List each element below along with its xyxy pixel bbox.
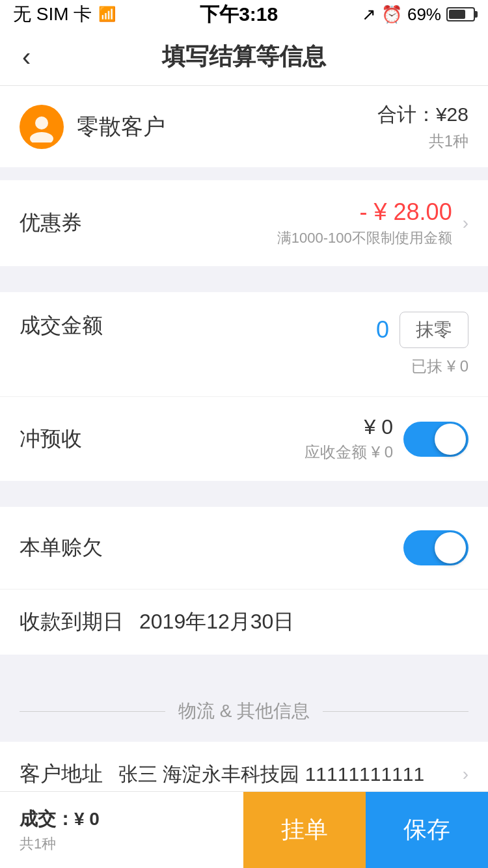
customer-name: 零散客户 (77, 112, 165, 142)
amount-input-wrap: 0 抹零 (376, 312, 468, 348)
logistics-label: 物流 & 其他信息 (178, 699, 310, 724)
round-button[interactable]: 抹零 (400, 312, 468, 348)
hold-button[interactable]: 挂单 (243, 792, 366, 869)
prepay-label: 冲预收 (20, 425, 82, 454)
coupon-label: 优惠券 (20, 209, 82, 237)
bottom-info: 成交：¥ 0 共1种 (0, 807, 243, 854)
prepay-toggle[interactable] (403, 422, 468, 457)
prepay-sub: 应收金额 ¥ 0 (305, 442, 393, 463)
status-bar: 无 SIM 卡 📶 下午3:18 ↗ ⏰ 69% (0, 0, 488, 29)
content: 零散客户 合计：¥28 共1种 优惠券 - ¥ 28.00 满1000-100不… (0, 86, 488, 868)
debt-toggle-thumb (435, 532, 466, 563)
amount-value[interactable]: 0 (376, 316, 389, 344)
due-date-label: 收款到期日 (20, 608, 124, 636)
separator-3 (0, 668, 488, 681)
alarm-icon: ⏰ (381, 5, 402, 25)
coupon-row[interactable]: 优惠券 - ¥ 28.00 满1000-100不限制使用金额 › (0, 180, 488, 266)
bottom-deal: 成交：¥ 0 (20, 807, 224, 832)
prepay-value: ¥ 0 (305, 415, 393, 439)
amount-row: 成交金额 0 抹零 已抹 ¥ 0 (0, 292, 488, 397)
nav-bar: ‹ 填写结算等信息 (0, 29, 488, 86)
due-date-value[interactable]: 2019年12月30日 (139, 608, 294, 636)
coupon-card: 优惠券 - ¥ 28.00 满1000-100不限制使用金额 › (0, 180, 488, 266)
amount-label: 成交金额 (20, 312, 103, 340)
wifi-icon: 📶 (98, 6, 116, 23)
address-value: 张三 海淀永丰科技园 11111111111 (118, 761, 463, 788)
separator-1 (0, 279, 488, 292)
location-icon: ↗ (362, 5, 376, 25)
bottom-count: 共1种 (20, 834, 224, 854)
coupon-chevron: › (463, 213, 468, 234)
debt-label: 本单赊欠 (20, 534, 103, 562)
logistics-section: 物流 & 其他信息 (0, 681, 488, 742)
customer-left: 零散客户 (20, 105, 165, 149)
deal-label: 成交： (20, 809, 74, 829)
customer-card: 零散客户 合计：¥28 共1种 (0, 86, 488, 167)
status-left: 无 SIM 卡 📶 (13, 2, 116, 27)
customer-row: 零散客户 合计：¥28 共1种 (0, 86, 488, 167)
battery-icon (446, 7, 475, 21)
back-button[interactable]: ‹ (16, 36, 37, 78)
save-button[interactable]: 保存 (366, 792, 488, 869)
toggle-thumb (435, 424, 466, 455)
avatar (20, 105, 64, 149)
address-chevron: › (463, 764, 468, 785)
svg-point-1 (30, 132, 53, 142)
deal-value: ¥ 0 (74, 809, 100, 829)
due-date-row: 收款到期日 2019年12月30日 (0, 590, 488, 655)
coupon-right: - ¥ 28.00 满1000-100不限制使用金额 › (277, 198, 468, 248)
debt-toggle[interactable] (403, 530, 468, 565)
coupon-sub: 满1000-100不限制使用金额 (277, 228, 452, 248)
carrier-label: 无 SIM 卡 (13, 2, 92, 27)
page-title: 填写结算等信息 (162, 41, 326, 73)
prepay-row: 冲预收 ¥ 0 应收金额 ¥ 0 (0, 397, 488, 481)
time-label: 下午3:18 (200, 1, 278, 28)
status-right: ↗ ⏰ 69% (362, 5, 475, 25)
separator-2 (0, 494, 488, 507)
coupon-value: - ¥ 28.00 (277, 198, 452, 226)
debt-card: 本单赊欠 收款到期日 2019年12月30日 (0, 507, 488, 655)
debt-row: 本单赊欠 (0, 507, 488, 590)
coupon-value-wrap: - ¥ 28.00 满1000-100不限制使用金额 (277, 198, 452, 248)
address-label: 客户地址 (20, 760, 103, 789)
amount-sub: 已抹 ¥ 0 (411, 356, 468, 377)
amount-card: 成交金额 0 抹零 已抹 ¥ 0 冲预收 ¥ 0 应收金额 ¥ 0 (0, 292, 488, 481)
battery-label: 69% (407, 5, 441, 25)
total-amount: 合计：¥28 (377, 102, 468, 128)
total-count: 共1种 (377, 131, 468, 152)
svg-point-0 (35, 116, 48, 129)
customer-right: 合计：¥28 共1种 (377, 102, 468, 152)
bottom-bar: 成交：¥ 0 共1种 挂单 保存 (0, 791, 488, 868)
